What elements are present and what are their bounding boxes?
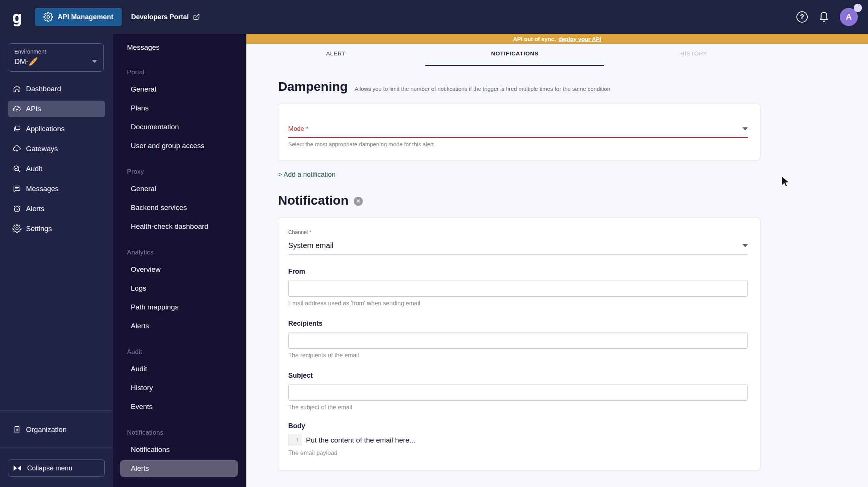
subnav-item-logs[interactable]: Logs	[113, 279, 246, 298]
recipients-hint: The recipients of the email	[288, 352, 748, 359]
mode-label: Mode *	[288, 125, 309, 133]
recipients-label: Recipients	[288, 320, 748, 328]
home-icon	[12, 84, 21, 93]
channel-value: System email	[288, 241, 333, 250]
tab-bar: ALERT NOTIFICATIONS HISTORY	[246, 44, 783, 68]
notifications-tab-content: Dampening Allows you to limit the number…	[246, 68, 868, 470]
bell-icon	[818, 11, 830, 23]
sidebar-divider	[0, 447, 113, 447]
gear-icon	[12, 224, 21, 233]
api-secondary-sidebar: Messages Portal General Plans Documentat…	[113, 34, 246, 487]
alarm-clock-icon	[12, 204, 21, 213]
body-code-editor[interactable]: 1 Put the content of the email here...	[288, 434, 748, 446]
subject-label: Subject	[288, 372, 748, 380]
editor-line-number: 1	[288, 434, 302, 446]
subnav-item-overview[interactable]: Overview	[113, 260, 246, 279]
sidebar-item-apis[interactable]: APIs	[8, 101, 105, 117]
subnav-item-events[interactable]: Events	[113, 397, 246, 416]
deploy-api-link[interactable]: deploy your API	[558, 36, 601, 42]
api-management-label: API Management	[58, 13, 113, 21]
sidebar-item-label: Gateways	[26, 145, 58, 153]
sidebar-item-audit[interactable]: Audit	[8, 161, 105, 177]
api-out-of-sync-banner: API out of sync, deploy your API	[246, 34, 868, 44]
subnav-item-notifications[interactable]: Notifications	[113, 440, 246, 459]
subnav-section-proxy: Proxy	[113, 164, 246, 179]
developers-portal-label: Developers Portal	[131, 13, 189, 21]
sidebar-item-label: Messages	[26, 185, 59, 193]
notification-title: Notification	[278, 193, 348, 208]
subnav-item-documentation[interactable]: Documentation	[113, 118, 246, 136]
environment-label: Environment	[14, 48, 97, 55]
sidebar-item-settings[interactable]: Settings	[8, 221, 105, 237]
sidebar-item-applications[interactable]: Applications	[8, 121, 105, 137]
collapse-menu-button[interactable]: Collapse menu	[8, 459, 105, 477]
sidebar-item-gateways[interactable]: Gateways	[8, 141, 105, 157]
building-icon	[12, 425, 21, 434]
collapse-menu-label: Collapse menu	[27, 464, 72, 472]
sidebar-item-organization[interactable]: Organization	[8, 419, 105, 440]
api-management-button[interactable]: API Management	[35, 8, 122, 26]
developers-portal-link[interactable]: Developers Portal	[131, 0, 200, 34]
sidebar-item-label: Dashboard	[26, 85, 61, 93]
body-hint: The email payload	[288, 450, 748, 456]
app-root: g API Management Developers Portal ?	[0, 0, 868, 487]
tab-alert[interactable]: ALERT	[246, 44, 425, 68]
search-check-icon	[12, 164, 21, 173]
subnav-item-alerts-active[interactable]: Alerts	[120, 460, 238, 477]
subnav-item-messages[interactable]: Messages	[113, 39, 246, 56]
cloud-upload-icon	[12, 104, 21, 113]
help-button[interactable]: ?	[796, 11, 808, 23]
subnav-item-user-group-access[interactable]: User and group access	[113, 136, 246, 155]
dampening-card: Mode * Select the most appropriate dampe…	[278, 104, 760, 160]
primary-sidebar: Environment DM-🥖 Dashboard APIs	[0, 34, 113, 487]
from-input[interactable]	[288, 280, 748, 297]
subnav-item-path-mappings[interactable]: Path mappings	[113, 298, 246, 317]
remove-notification-button[interactable]: ✕	[354, 197, 363, 206]
sidebar-item-label: APIs	[26, 105, 41, 113]
sidebar-item-dashboard[interactable]: Dashboard	[8, 81, 105, 97]
mode-select[interactable]: Mode *	[288, 125, 748, 133]
tab-history[interactable]: HISTORY	[604, 44, 783, 68]
notifications-bell-button[interactable]	[818, 11, 830, 23]
external-link-icon	[193, 13, 200, 21]
mode-hint: Select the most appropriate dampening mo…	[288, 141, 748, 147]
subject-hint: The subject of the email	[288, 404, 748, 411]
collapse-icon	[13, 466, 22, 471]
channel-label: Channel *	[288, 229, 748, 235]
close-icon: ✕	[356, 198, 361, 204]
sidebar-item-alerts[interactable]: Alerts	[8, 201, 105, 217]
avatar-letter: A	[846, 12, 852, 22]
subnav-section-portal: Portal	[113, 65, 246, 80]
subnav-item-backend-services[interactable]: Backend services	[113, 198, 246, 217]
tab-notifications[interactable]: NOTIFICATIONS	[425, 44, 604, 68]
chat-icon	[12, 184, 21, 193]
subnav-section-analytics: Analytics	[113, 245, 246, 260]
avatar-status-dot	[854, 4, 862, 12]
subnav-item-plans[interactable]: Plans	[113, 99, 246, 118]
channel-select[interactable]: System email	[288, 241, 748, 255]
environment-value: DM-🥖	[14, 57, 38, 66]
recipients-input[interactable]	[288, 332, 748, 349]
windows-icon	[12, 124, 21, 133]
environment-select[interactable]: Environment DM-🥖	[8, 43, 104, 72]
subnav-item-general[interactable]: General	[113, 80, 246, 99]
body-label: Body	[288, 422, 748, 430]
subnav-item-proxy-general[interactable]: General	[113, 179, 246, 198]
gravitee-logo-icon: g	[12, 0, 22, 34]
main-content: API out of sync, deploy your API ALERT N…	[246, 34, 868, 487]
from-label: From	[288, 268, 748, 276]
subject-input[interactable]	[288, 384, 748, 401]
primary-nav: Dashboard APIs Applications	[0, 81, 113, 240]
dampening-title: Dampening	[278, 79, 348, 94]
chevron-down-icon	[743, 244, 748, 247]
subnav-item-analytics-alerts[interactable]: Alerts	[113, 317, 246, 335]
sidebar-divider	[0, 410, 113, 411]
notification-card: Channel * System email From Email addres…	[278, 217, 760, 470]
subnav-item-audit[interactable]: Audit	[113, 360, 246, 378]
sidebar-item-label: Alerts	[26, 205, 44, 213]
sidebar-item-messages[interactable]: Messages	[8, 181, 105, 197]
subnav-item-healthcheck-dashboard[interactable]: Health-check dashboard	[113, 217, 246, 236]
dampening-subtitle: Allows you to limit the number of notifi…	[355, 86, 610, 92]
subnav-item-history[interactable]: History	[113, 378, 246, 397]
add-notification-link[interactable]: > Add a notification	[278, 171, 336, 179]
